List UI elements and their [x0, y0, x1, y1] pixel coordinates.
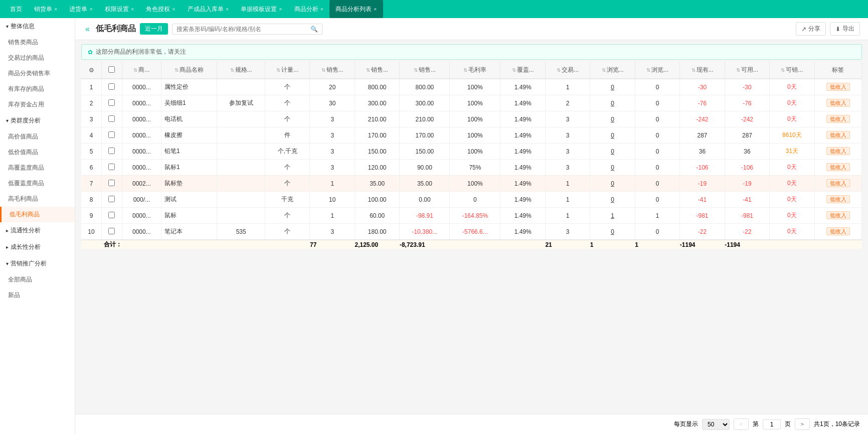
sidebar-item-low-margin[interactable]: 低毛利商品 [0, 207, 75, 222]
row-checkbox[interactable] [102, 160, 122, 176]
nav-close-analysis-list[interactable]: × [374, 6, 377, 12]
row-checkbox[interactable] [102, 143, 122, 160]
row-expand[interactable]: 9 [81, 208, 102, 224]
sidebar-item-sales-goods[interactable]: 销售类商品 [0, 35, 75, 50]
sidebar-group-circulation[interactable]: ▸ 流通性分析 [0, 222, 75, 239]
nav-close-analysis[interactable]: × [320, 6, 323, 12]
col-available-stock[interactable]: ⇅可用... [725, 62, 769, 79]
sidebar-item-traded-goods[interactable]: 交易过的商品 [0, 50, 75, 66]
row-expand[interactable]: 1 [81, 79, 102, 95]
nav-close-role[interactable]: × [172, 6, 175, 12]
row-browse1[interactable]: 0 [590, 192, 635, 208]
col-spec[interactable]: ⇅规格... [217, 62, 265, 79]
sidebar-item-high-value[interactable]: 高价值商品 [0, 129, 75, 144]
sidebar-group-overall[interactable]: ▾ 整体信息 [0, 18, 75, 35]
col-current-stock[interactable]: ⇅现有... [680, 62, 725, 79]
col-code[interactable]: ⇅商... [122, 62, 161, 79]
nav-product-analysis[interactable]: 商品分析 × [288, 0, 329, 18]
col-name[interactable]: ⇅商品名称 [161, 62, 217, 79]
row-expand[interactable]: 5 [81, 143, 102, 160]
search-icon[interactable]: 🔍 [310, 26, 318, 33]
row-expand[interactable]: 3 [81, 111, 102, 127]
col-coverage[interactable]: ⇅覆盖... [500, 62, 545, 79]
col-sales-amount[interactable]: ⇅销售... [355, 62, 399, 79]
next-page-button[interactable]: ＞ [795, 418, 810, 430]
nav-close-permission[interactable]: × [131, 6, 134, 12]
col-sellable-days[interactable]: ⇅可销... [770, 62, 814, 79]
nav-close-template[interactable]: × [279, 6, 282, 12]
row-expand[interactable]: 4 [81, 127, 102, 143]
col-settings[interactable]: ⚙ [81, 62, 102, 79]
col-tag[interactable]: 标签 [814, 62, 861, 79]
row-expand[interactable]: 10 [81, 224, 102, 240]
nav-purchase-order[interactable]: 进货单 × [63, 0, 98, 18]
row-checkbox[interactable] [102, 224, 122, 240]
nav-permission[interactable]: 权限设置 × [99, 0, 140, 18]
col-trade-count[interactable]: ⇅交易... [545, 62, 590, 79]
row-select[interactable] [108, 228, 115, 234]
sidebar-item-low-value[interactable]: 低价值商品 [0, 144, 75, 160]
row-select[interactable] [108, 212, 115, 218]
sidebar-group-growth[interactable]: ▸ 成长性分析 [0, 239, 75, 255]
row-checkbox[interactable] [102, 176, 122, 192]
row-select[interactable] [108, 148, 115, 154]
row-expand[interactable]: 6 [81, 160, 102, 176]
row-browse1[interactable]: 0 [590, 95, 635, 111]
sidebar-group-marketing[interactable]: ▾ 营销推广分析 [0, 255, 75, 272]
row-checkbox[interactable] [102, 127, 122, 143]
sidebar-item-high-coverage[interactable]: 高覆盖度商品 [0, 160, 75, 176]
search-input[interactable] [177, 26, 310, 33]
sidebar-item-category-rate[interactable]: 商品分类销售率 [0, 66, 75, 81]
sidebar-item-new-goods[interactable]: 新品 [0, 287, 75, 303]
col-browse1[interactable]: ⇅浏览... [590, 62, 635, 79]
row-browse1[interactable]: 0 [590, 111, 635, 127]
sidebar-item-stock-goods[interactable]: 有库存的商品 [0, 81, 75, 97]
row-browse1[interactable]: 0 [590, 127, 635, 143]
nav-sales-order[interactable]: 销货单 × [28, 0, 63, 18]
sidebar-group-cluster[interactable]: ▾ 类群度分析 [0, 112, 75, 129]
nav-product-entry[interactable]: 产成品入库单 × [182, 0, 235, 18]
row-select[interactable] [108, 164, 115, 170]
row-checkbox[interactable] [102, 79, 122, 95]
row-select[interactable] [108, 196, 115, 202]
row-checkbox[interactable] [102, 95, 122, 111]
row-browse1[interactable]: 0 [590, 143, 635, 160]
sidebar-item-high-margin[interactable]: 高毛利商品 [0, 191, 75, 207]
col-checkbox[interactable] [102, 62, 122, 79]
row-expand[interactable]: 2 [81, 95, 102, 111]
row-browse1[interactable]: 0 [590, 224, 635, 240]
row-checkbox[interactable] [102, 111, 122, 127]
row-select[interactable] [108, 131, 115, 138]
nav-close-product[interactable]: × [226, 6, 229, 12]
select-all-checkbox[interactable] [108, 66, 115, 73]
sidebar-item-stock-capital[interactable]: 库存资金占用 [0, 97, 75, 112]
date-filter-button[interactable]: 近一月 [140, 23, 168, 35]
col-unit[interactable]: ⇅计量... [265, 62, 310, 79]
nav-template-setting[interactable]: 单据模板设置 × [235, 0, 288, 18]
sidebar-collapse-button[interactable]: « [83, 25, 92, 34]
share-button[interactable]: ↗ 分享 [796, 22, 826, 36]
export-button[interactable]: ⬇ 导出 [830, 22, 860, 36]
col-gross-margin[interactable]: ⇅毛利率 [450, 62, 500, 79]
row-expand[interactable]: 7 [81, 176, 102, 192]
col-browse2[interactable]: ⇅浏览... [635, 62, 679, 79]
table-container[interactable]: ⚙ ⇅商... ⇅商品名称 ⇅规格... ⇅计量... ⇅销售... ⇅销售..… [75, 62, 868, 414]
row-browse1[interactable]: 0 [590, 160, 635, 176]
row-checkbox[interactable] [102, 208, 122, 224]
row-browse1[interactable]: 0 [590, 79, 635, 95]
prev-page-button[interactable]: ＜ [734, 418, 749, 430]
nav-product-analysis-list[interactable]: 商品分析列表 × [329, 0, 383, 18]
row-checkbox[interactable] [102, 192, 122, 208]
row-select[interactable] [108, 115, 115, 122]
row-select[interactable] [108, 99, 115, 106]
page-size-select[interactable]: 50 100 200 [702, 419, 730, 430]
nav-close-sales-order[interactable]: × [54, 6, 57, 12]
sidebar-item-low-coverage[interactable]: 低覆盖度商品 [0, 176, 75, 191]
nav-close-purchase[interactable]: × [89, 6, 92, 12]
page-number-input[interactable] [763, 419, 781, 429]
col-sales-profit[interactable]: ⇅销售... [400, 62, 450, 79]
sidebar-item-all-goods[interactable]: 全部商品 [0, 272, 75, 287]
row-select[interactable] [108, 83, 115, 90]
nav-home[interactable]: 首页 [4, 0, 28, 18]
row-select[interactable] [108, 180, 115, 186]
